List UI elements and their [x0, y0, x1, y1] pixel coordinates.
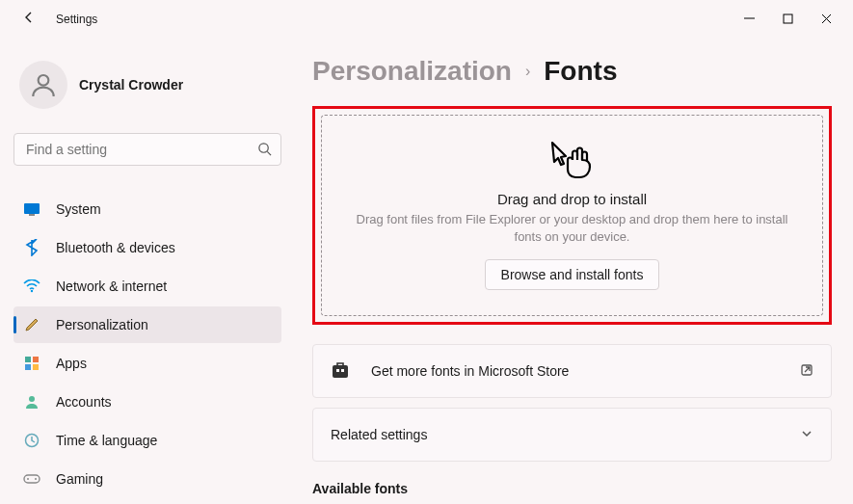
store-fonts-card[interactable]: Get more fonts in Microsoft Store: [312, 344, 832, 398]
app-title: Settings: [56, 13, 97, 26]
svg-rect-8: [25, 357, 31, 362]
related-settings-card[interactable]: Related settings: [312, 408, 832, 462]
sidebar-item-accounts[interactable]: Accounts: [13, 384, 281, 420]
sidebar-item-apps[interactable]: Apps: [13, 345, 281, 382]
svg-rect-14: [24, 475, 40, 483]
drop-description: Drag font files from File Explorer or yo…: [351, 211, 793, 246]
minimize-button[interactable]: [743, 13, 755, 26]
svg-point-3: [259, 144, 268, 152]
paintbrush-icon: [23, 316, 40, 333]
avatar-icon: [19, 61, 67, 109]
user-name: Crystal Crowder: [79, 77, 183, 93]
accounts-icon: [23, 393, 40, 411]
sidebar-item-label: Network & internet: [56, 279, 167, 294]
sidebar-item-label: Bluetooth & devices: [56, 240, 175, 255]
chevron-down-icon: [800, 427, 813, 443]
highlight-box: Drag and drop to install Drag font files…: [312, 106, 832, 325]
related-settings-label: Related settings: [331, 427, 427, 442]
svg-rect-5: [24, 203, 40, 214]
sidebar-item-personalization[interactable]: Personalization: [13, 306, 281, 343]
browse-fonts-button[interactable]: Browse and install fonts: [485, 259, 660, 290]
cursor-hand-icon: [546, 168, 599, 184]
breadcrumb-parent[interactable]: Personalization: [312, 56, 512, 87]
search-icon: [257, 142, 272, 160]
back-icon[interactable]: [21, 10, 37, 29]
svg-point-2: [39, 75, 49, 86]
sidebar-item-bluetooth[interactable]: Bluetooth & devices: [13, 229, 281, 266]
svg-point-12: [29, 396, 35, 402]
breadcrumb: Personalization › Fonts: [312, 56, 832, 87]
svg-point-16: [35, 478, 37, 480]
store-fonts-label: Get more fonts in Microsoft Store: [371, 363, 569, 379]
sidebar-item-time[interactable]: Time & language: [13, 422, 281, 459]
user-profile[interactable]: Crystal Crowder: [13, 56, 281, 114]
sidebar-item-gaming[interactable]: Gaming: [13, 461, 281, 497]
svg-rect-18: [336, 369, 339, 372]
svg-rect-9: [33, 357, 39, 362]
sidebar-item-label: Gaming: [56, 471, 103, 487]
breadcrumb-current: Fonts: [544, 56, 617, 87]
sidebar-item-label: System: [56, 201, 101, 217]
svg-line-4: [267, 151, 271, 155]
svg-point-7: [31, 290, 33, 292]
search-input[interactable]: [13, 133, 281, 166]
external-link-icon: [800, 363, 813, 380]
sidebar-item-system[interactable]: System: [13, 191, 281, 227]
sidebar-item-label: Time & language: [56, 433, 157, 448]
wifi-icon: [23, 278, 40, 295]
drop-title: Drag and drop to install: [351, 191, 793, 207]
close-button[interactable]: [820, 13, 832, 26]
store-icon: [331, 360, 350, 383]
sidebar-item-label: Personalization: [56, 317, 148, 332]
clock-icon: [23, 432, 40, 449]
chevron-right-icon: ›: [525, 63, 530, 80]
svg-rect-11: [33, 364, 39, 370]
svg-rect-10: [25, 364, 31, 370]
font-drop-zone[interactable]: Drag and drop to install Drag font files…: [321, 115, 823, 316]
svg-rect-17: [333, 365, 348, 378]
sidebar-item-label: Accounts: [56, 394, 112, 410]
svg-rect-6: [29, 214, 35, 216]
system-icon: [23, 200, 40, 218]
apps-icon: [23, 355, 40, 372]
svg-point-15: [27, 478, 29, 480]
svg-rect-19: [341, 369, 344, 372]
gaming-icon: [23, 470, 40, 488]
sidebar-item-network[interactable]: Network & internet: [13, 268, 281, 305]
maximize-button[interactable]: [782, 13, 793, 26]
svg-rect-1: [784, 14, 792, 23]
bluetooth-icon: [23, 239, 40, 256]
available-fonts-heading: Available fonts: [312, 481, 832, 496]
sidebar-item-label: Apps: [56, 356, 87, 371]
